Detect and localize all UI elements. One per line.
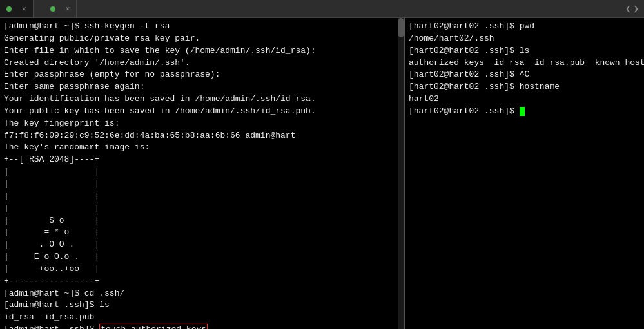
scroll-bar-left[interactable] xyxy=(398,18,404,329)
nav-right-arrow[interactable]: ❯ xyxy=(634,3,639,14)
terminal-line: Enter passphrase (empty for no passphras… xyxy=(4,69,400,81)
terminal-line: [admin@hart .ssh]$ touch authorized_keys xyxy=(4,324,400,329)
terminal-line: [hart02@hart02 .ssh]$ ls xyxy=(409,45,640,57)
terminal-line: Your identification has been saved in /h… xyxy=(4,93,400,106)
terminal-line: [admin@hart ~]$ ssh-keygen -t rsa xyxy=(4,21,400,33)
terminal-line: /home/hart02/.ssh xyxy=(409,33,640,45)
tab-dot-2 xyxy=(50,6,55,12)
terminal-line: Enter same passphrase again: xyxy=(4,81,400,93)
nav-left-arrow[interactable]: ❮ xyxy=(625,3,630,14)
terminal-line: id_rsa id_rsa.pub xyxy=(4,312,400,324)
terminal-line: The key fingerprint is: xyxy=(4,118,400,130)
nav-arrows: ❮ ❯ xyxy=(620,3,644,14)
terminal-line: hart02 xyxy=(409,93,640,106)
terminal-line: | | xyxy=(4,191,400,203)
terminal-line: [admin@hart ~]$ cd .ssh/ xyxy=(4,288,400,300)
tab-add-2[interactable] xyxy=(77,0,87,17)
terminal-line: | | xyxy=(4,203,400,215)
terminal-line: | . O O . | xyxy=(4,239,400,251)
terminal-cursor xyxy=(520,107,525,116)
terminal-line: [hart02@hart02 .ssh]$ hostname xyxy=(409,81,640,93)
terminal-line: | | xyxy=(4,178,400,191)
terminal-line: | +oo..+oo | xyxy=(4,263,400,276)
tab-dot-1 xyxy=(6,6,12,12)
terminal-line: +-----------------+ xyxy=(4,276,400,288)
terminal-line: | | xyxy=(4,166,400,178)
tab-server02[interactable]: ✕ xyxy=(44,0,77,17)
terminal-line: Enter file in which to save the key (/ho… xyxy=(4,45,400,57)
terminal-line: authorized_keys id_rsa id_rsa.pub known_… xyxy=(409,57,640,70)
tab-server01[interactable]: ✕ xyxy=(0,0,34,17)
terminal-line: [hart02@hart02 .ssh]$ xyxy=(409,106,640,118)
terminals-container: [admin@hart ~]$ ssh-keygen -t rsaGenerat… xyxy=(0,18,644,329)
tab-close-1[interactable]: ✕ xyxy=(22,5,26,13)
terminal-line: [hart02@hart02 .ssh]$ pwd xyxy=(409,21,640,33)
terminal-line: | S o | xyxy=(4,215,400,227)
terminal-line: Your public key has been saved in /home/… xyxy=(4,106,400,118)
terminal-line: | = * o | xyxy=(4,227,400,239)
scroll-thumb-left xyxy=(398,18,404,37)
tab-add-1[interactable] xyxy=(34,0,44,17)
terminal-right[interactable]: [hart02@hart02 .ssh]$ pwd/home/hart02/.s… xyxy=(405,18,644,329)
terminal-line: f7:f8:f6:09:29:c9:52:6e:dd:4a:ba:65:b8:a… xyxy=(4,130,400,142)
terminal-line: [hart02@hart02 .ssh]$ ^C xyxy=(409,69,640,81)
terminal-line: Created directory '/home/admin/.ssh'. xyxy=(4,57,400,70)
terminal-left[interactable]: [admin@hart ~]$ ssh-keygen -t rsaGenerat… xyxy=(0,18,405,329)
terminal-line: The key's randomart image is: xyxy=(4,142,400,154)
terminal-line: Generating public/private rsa key pair. xyxy=(4,33,400,45)
tab-bar: ✕ ✕ ❮ ❯ xyxy=(0,0,644,18)
terminal-line: [admin@hart .ssh]$ ls xyxy=(4,299,400,312)
terminal-line: +--[ RSA 2048]----+ xyxy=(4,154,400,166)
tab-close-2[interactable]: ✕ xyxy=(66,5,70,13)
terminal-line: | E o O.o . | xyxy=(4,251,400,263)
highlight-command: touch authorized_keys xyxy=(99,324,208,329)
